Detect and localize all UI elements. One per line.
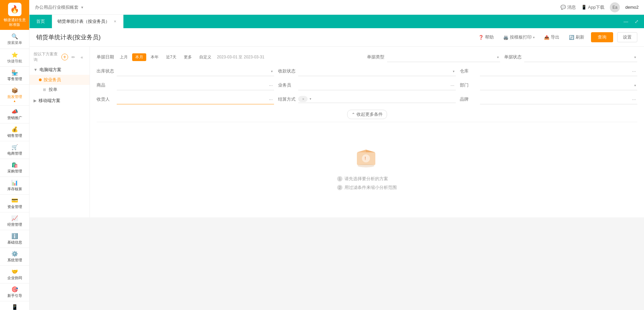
sidebar-item-newbie[interactable]: 🎯 新手引导	[0, 283, 29, 301]
settlement-dropdown-icon[interactable]: ▾	[310, 97, 311, 101]
filter-add-btn[interactable]: +	[61, 54, 68, 60]
field-doc-status: 单据状态 ▾	[504, 52, 637, 62]
date-btn-this-year[interactable]: 本年	[148, 53, 162, 61]
salesperson-input[interactable]	[298, 80, 455, 90]
active-dot	[39, 79, 42, 81]
sidebar-item-operation[interactable]: 📈 经营管理	[0, 212, 29, 230]
filter-header: 按以下方案查询 + ✏ «	[30, 49, 90, 65]
finance-icon: 💳	[11, 197, 18, 204]
sidebar-item-wholesale[interactable]: 📦 批发管理 ▲	[0, 85, 29, 106]
sidebar-quick-nav[interactable]: ⭐ 快捷导航	[0, 49, 29, 67]
tabbar: 首页 销货单统计表（按业务员） × — ⤢	[30, 15, 644, 28]
recipient-input[interactable]	[117, 94, 274, 104]
sidebar-logo[interactable]: 🔥 畅捷通好生意 标准版	[0, 0, 29, 30]
query-btn[interactable]: 查询	[591, 32, 613, 42]
payment-status-dropdown[interactable]: ▾	[298, 66, 455, 76]
settlement-tag: ×	[298, 96, 308, 102]
search-label: 搜索菜单	[7, 40, 22, 45]
avatar[interactable]: Ea	[610, 2, 620, 12]
message-action[interactable]: 💬 消息	[560, 4, 576, 10]
payment-status-label: 收款状态	[278, 68, 298, 74]
warehouse-dots[interactable]: ···	[632, 68, 636, 74]
sidebar-item-corp[interactable]: 🤝 企业协同	[0, 266, 29, 283]
tabbar-actions: — ⤢	[621, 17, 644, 26]
purchase-label: 采购管理	[7, 169, 22, 174]
minimize-btn[interactable]: —	[621, 17, 631, 26]
doc-status-dropdown[interactable]: ▾	[524, 52, 637, 62]
date-btn-more[interactable]: 更多	[181, 53, 195, 61]
date-btn-custom[interactable]: 自定义	[196, 53, 214, 61]
filter-sub-item-order[interactable]: ⊞ 按单	[30, 85, 90, 94]
brand-input[interactable]	[480, 94, 637, 104]
avatar-text: Ea	[612, 5, 618, 10]
empty-tip-1: 1 请先选择要分析的方案	[337, 174, 397, 183]
salesperson-dots[interactable]: ···	[450, 83, 454, 88]
department-dropdown[interactable]: ▾	[480, 80, 637, 90]
operation-icon: 📈	[11, 215, 18, 221]
export-btn[interactable]: 📤 导出	[541, 33, 562, 42]
department-dropdown-icon: ▾	[634, 83, 636, 87]
sidebar-item-sales[interactable]: 💰 销售管理	[0, 123, 29, 141]
date-btn-this-month[interactable]: 本月	[132, 53, 146, 61]
filter-item-salesperson[interactable]: 按业务员	[30, 75, 90, 85]
collapse-btn[interactable]: ⌃ 收起更多条件	[347, 110, 387, 119]
filter-group-mobile-header[interactable]: ▶ 移动端方案	[30, 96, 90, 106]
refresh-btn[interactable]: 🔄 刷新	[566, 33, 587, 42]
sidebar-item-system[interactable]: ⚙️ 系统管理	[0, 248, 29, 266]
filter-group-pc-header[interactable]: ▼ 电脑端方案	[30, 65, 90, 75]
help-btn[interactable]: ❓ 帮助	[476, 33, 496, 42]
wholesale-arrow: ▲	[13, 99, 16, 103]
product-dots[interactable]: ···	[269, 83, 273, 88]
sidebar-item-appstore[interactable]: 📱 应用中心	[0, 301, 29, 310]
recipient-dots[interactable]: ···	[269, 97, 273, 102]
svg-text:!: !	[365, 156, 366, 161]
sidebar-item-marketing[interactable]: 📣 营销推广	[0, 106, 29, 123]
tab-home[interactable]: 首页	[30, 15, 52, 28]
corp-icon: 🤝	[11, 268, 18, 275]
warehouse-input[interactable]	[480, 66, 637, 76]
sidebar-item-retail[interactable]: 🏪 零售管理	[0, 67, 29, 85]
out-status-dropdown[interactable]: ▾	[117, 66, 274, 76]
filter-sub-item-order-label: 按单	[49, 87, 57, 93]
ecommerce-icon: 🛒	[11, 144, 18, 150]
tip-text-2: 用过滤条件来缩小分析范围	[344, 183, 397, 192]
print-dropdown-icon[interactable]: ▾	[533, 36, 535, 39]
sidebar-item-basic[interactable]: ℹ️ 基础信息	[0, 230, 29, 248]
maximize-btn[interactable]: ⤢	[632, 17, 641, 26]
sidebar-item-purchase[interactable]: 🛍️ 采购管理	[0, 159, 29, 177]
content-area: 销货单统计表(按业务员) ❓ 帮助 🖨️ 按模板打印 ▾ 📤 导出 🔄 刷	[30, 28, 644, 310]
field-salesperson: 业务员 ···	[278, 80, 455, 90]
corp-label: 企业协同	[7, 275, 22, 280]
minimize-icon: —	[624, 19, 628, 24]
sidebar-item-ecommerce[interactable]: 🛒 电商管理	[0, 141, 29, 159]
empty-tip-2: 2 用过滤条件来缩小分析范围	[337, 183, 397, 192]
tab-close-btn[interactable]: ×	[112, 19, 118, 24]
filter-edit-btn[interactable]: ✏	[69, 53, 77, 61]
main-area: 办公用品行业模拟账套 ▾ 💬 消息 📱 App下载 Ea demo2 首页 销货…	[30, 0, 644, 310]
main-body: 按以下方案查询 + ✏ « ▼ 电脑端方案 按业务员	[30, 47, 644, 217]
empty-area: ! 1 请先选择要分析的方案 2 用过滤条件来缩小分析范围	[97, 122, 637, 212]
date-btn-last-month[interactable]: 上月	[117, 53, 131, 61]
topbar-dropdown[interactable]: ▾	[81, 5, 83, 10]
sidebar-search[interactable]: 🔍 搜索菜单	[0, 30, 29, 49]
empty-tips: 1 请先选择要分析的方案 2 用过滤条件来缩小分析范围	[337, 174, 397, 192]
print-btn[interactable]: 🖨️ 按模板打印 ▾	[500, 33, 537, 42]
sidebar-item-inventory[interactable]: 📊 库存核算	[0, 177, 29, 195]
filter-collapse-btn[interactable]: «	[78, 53, 86, 61]
out-status-wrap: ▾	[117, 66, 274, 76]
settings-btn[interactable]: 设置	[617, 32, 637, 42]
filter-group-pc: ▼ 电脑端方案 按业务员 ⊞ 按单	[30, 65, 90, 94]
tab-sales-stat[interactable]: 销货单统计表（按业务员） ×	[52, 15, 123, 28]
doc-type-dropdown[interactable]: ▾	[387, 52, 500, 62]
pc-group-label: 电脑端方案	[40, 67, 61, 73]
settlement-tag-close[interactable]: ×	[301, 97, 306, 101]
brand-dots[interactable]: ···	[632, 97, 636, 102]
query-area: 单据日期 上月 本月 本年 近7天 更多 自定义 2023-03-01 至 20…	[90, 47, 644, 217]
product-input[interactable]	[117, 80, 274, 90]
sidebar-item-finance[interactable]: 💳 资金管理	[0, 195, 29, 212]
brand-label: 品牌	[460, 96, 480, 102]
date-btn-7days[interactable]: 近7天	[163, 53, 179, 61]
app-action[interactable]: 📱 App下载	[581, 4, 604, 10]
filter-item-salesperson-label: 按业务员	[44, 77, 61, 83]
purchase-icon: 🛍️	[11, 162, 18, 168]
